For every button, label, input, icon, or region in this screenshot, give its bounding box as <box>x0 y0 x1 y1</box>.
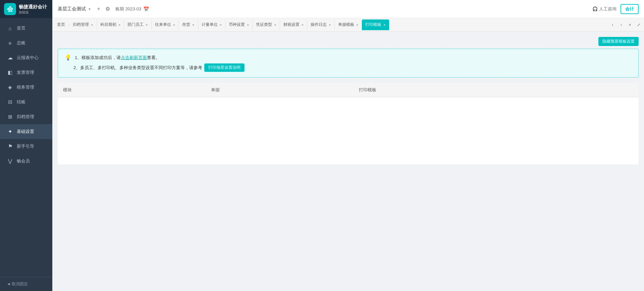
sidebar-item-invoice[interactable]: ◧ 发票管理 <box>0 65 52 80</box>
headset-icon: 🎧 <box>592 6 598 11</box>
tab-inventory-close[interactable]: × <box>192 23 194 27</box>
calendar-icon[interactable]: 📅 <box>143 6 149 12</box>
settings-icon: ✦ <box>7 128 13 135</box>
settings-cog-icon[interactable]: ⚙ <box>105 6 110 12</box>
sidebar-item-tax[interactable]: ◈ 税务管理 <box>0 80 52 95</box>
sidebar-item-settle[interactable]: ⊟ 结账 <box>0 95 52 109</box>
tab-archive[interactable]: 归档管理 × <box>69 19 97 30</box>
bulb-icon: 💡 <box>65 54 71 61</box>
notice-refresh-link[interactable]: 点击刷新页面 <box>121 55 147 61</box>
ledger-icon: ≡ <box>7 40 13 46</box>
col-header-module: 模块 <box>58 83 206 97</box>
topbar-period: 账期 2023-03 📅 <box>115 6 149 12</box>
sidebar: 会 畅捷通好会计 旗舰版 ⌂ 首页 ≡ 总账 ☁ 云报表中心 ◧ 发票管理 ◈ … <box>0 0 52 291</box>
notice-line1-suffix: 查看。 <box>147 55 160 61</box>
tab-supplier[interactable]: 往来单位 × <box>152 19 179 30</box>
sidebar-footer-unpin[interactable]: ◄ 取消固定 <box>0 277 52 291</box>
sidebar-logo: 会 畅捷通好会计 旗舰版 <box>0 0 52 18</box>
tab-oplog-label: 操作日志 <box>311 22 327 28</box>
sidebar-label-invoice: 发票管理 <box>17 69 34 76</box>
sidebar-item-archive[interactable]: ⊞ 归档管理 <box>0 109 52 124</box>
period-label: 账期 <box>115 6 124 12</box>
service-button[interactable]: 🎧 人工咨询 <box>592 6 616 12</box>
col-document-label: 单据 <box>211 87 220 92</box>
tabbar: 首页 ‹ 归档管理 × 科目期初 × 部门员工 × 往来单位 × 存货 × 计量… <box>52 18 644 32</box>
content-area: 隐藏预置模板设置 💡 1、模板添加成功后，请 点击刷新页面 查看。 2、多员工、… <box>52 32 644 291</box>
table-body-empty <box>58 97 639 164</box>
tab-unit-close[interactable]: × <box>220 23 222 27</box>
logo-text: 畅捷通好会计 旗舰版 <box>19 4 47 14</box>
sidebar-label-guide: 新手引导 <box>17 143 34 149</box>
tab-home-label: 首页 <box>57 22 65 28</box>
member-icon: ⋁ <box>7 158 13 164</box>
tab-department-label: 部门员工 <box>127 22 144 28</box>
archive-icon: ⊞ <box>7 113 13 120</box>
sidebar-label-reports: 云报表中心 <box>17 55 39 61</box>
tab-single[interactable]: 单据模板 × <box>335 19 362 30</box>
tax-icon: ◈ <box>7 84 13 91</box>
tab-subject-close[interactable]: × <box>118 23 120 27</box>
company-dropdown-icon: ▾ <box>89 7 91 11</box>
tab-print-close[interactable]: × <box>383 23 385 27</box>
guide-icon: ⚑ <box>7 143 13 150</box>
tab-close-all-button[interactable]: × <box>626 19 634 30</box>
tab-department[interactable]: 部门员工 × <box>124 19 151 30</box>
tab-home[interactable]: 首页 <box>54 19 68 30</box>
unpin-label: ◄ 取消固定 <box>7 281 28 287</box>
tabbar-end: ‹ › × ⤢ <box>608 19 643 30</box>
tab-subject[interactable]: 科目期初 × <box>97 19 124 30</box>
sidebar-item-ledger[interactable]: ≡ 总账 <box>0 36 52 50</box>
logo-main: 畅捷通好会计 <box>19 4 47 10</box>
tab-archive-label: 归档管理 <box>73 22 89 28</box>
tab-taxset-close[interactable]: × <box>302 23 304 27</box>
sidebar-item-reports[interactable]: ☁ 云报表中心 <box>0 50 52 65</box>
sidebar-label-home: 首页 <box>17 25 25 31</box>
sidebar-item-home[interactable]: ⌂ 首页 <box>0 21 52 36</box>
tab-inventory-label: 存货 <box>182 22 190 28</box>
table-header: 模块 单据 打印模板 <box>58 83 639 97</box>
notice-row-1: 💡 1、模板添加成功后，请 点击刷新页面 查看。 <box>65 54 632 61</box>
tab-oplog[interactable]: 操作日志 × <box>307 19 334 30</box>
tab-inventory[interactable]: 存货 × <box>179 19 198 30</box>
sidebar-item-member[interactable]: ⋁ 畅会员 <box>0 154 52 168</box>
sidebar-label-settle: 结账 <box>17 99 25 105</box>
tab-oplog-close[interactable]: × <box>329 23 331 27</box>
tab-taxset[interactable]: 财税设置 × <box>280 19 307 30</box>
tab-supplier-label: 往来单位 <box>155 22 171 28</box>
tab-currency[interactable]: 币种设置 × <box>225 19 253 30</box>
tab-unit[interactable]: 计量单位 × <box>198 19 225 30</box>
sidebar-item-guide[interactable]: ⚑ 新手引导 <box>0 139 52 154</box>
col-module-label: 模块 <box>63 87 72 92</box>
tab-voucher-label: 凭证类型 <box>256 22 272 28</box>
sidebar-item-settings[interactable]: ✦ 基础设置 <box>0 124 52 139</box>
topbar: 基层工会测试 ▾ ＋ ⚙ 账期 2023-03 📅 🎧 人工咨询 会计 <box>52 0 644 18</box>
print-scene-button[interactable]: 打印场景设置说明 <box>204 63 245 72</box>
col-template-label: 打印模板 <box>359 87 376 92</box>
hide-preset-button[interactable]: 隐藏预置模板设置 <box>598 37 639 46</box>
tab-single-close[interactable]: × <box>356 23 358 27</box>
company-name[interactable]: 基层工会测试 ▾ <box>58 6 91 12</box>
tab-voucher[interactable]: 凭证类型 × <box>253 19 280 30</box>
accounting-label: 会计 <box>625 6 634 11</box>
tab-print[interactable]: 打印模板 × <box>362 19 389 30</box>
sidebar-label-archive: 归档管理 <box>17 114 34 120</box>
tab-taxset-label: 财税设置 <box>283 22 300 28</box>
tab-voucher-close[interactable]: × <box>274 23 276 27</box>
sidebar-label-settings: 基础设置 <box>17 129 34 135</box>
tab-archive-close[interactable]: × <box>91 23 93 27</box>
hide-btn-row: 隐藏预置模板设置 <box>58 37 639 46</box>
tab-currency-close[interactable]: × <box>247 23 249 27</box>
notice-line1-prefix: 1、模板添加成功后，请 <box>75 55 121 61</box>
col-header-document: 单据 <box>206 83 354 97</box>
tab-expand-button[interactable]: ⤢ <box>635 19 643 30</box>
tab-department-close[interactable]: × <box>146 23 148 27</box>
tab-prev-button[interactable]: ‹ <box>608 19 616 30</box>
tab-next-button[interactable]: › <box>617 19 625 30</box>
invoice-icon: ◧ <box>7 69 13 76</box>
add-tab-button[interactable]: ＋ <box>96 5 101 12</box>
service-label: 人工咨询 <box>599 6 616 12</box>
reports-icon: ☁ <box>7 54 13 61</box>
home-icon: ⌂ <box>7 25 13 32</box>
accounting-button[interactable]: 会计 <box>621 4 639 14</box>
tab-supplier-close[interactable]: × <box>173 23 175 27</box>
